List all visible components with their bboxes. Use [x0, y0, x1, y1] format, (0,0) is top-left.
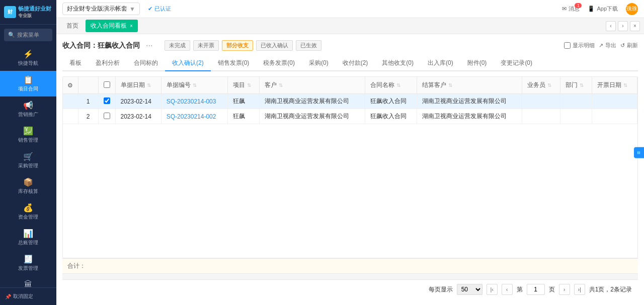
settings-col-header[interactable]: ⚙ — [63, 77, 78, 94]
docno-col-header[interactable]: 单据编号 ⇅ — [161, 77, 228, 94]
tab-payment[interactable]: 收付款(2) — [336, 56, 375, 71]
tab-revenue-confirm[interactable]: 收入确认(2) — [165, 56, 211, 71]
horizontal-scrollbar[interactable] — [62, 273, 638, 279]
tab-sales-invoice[interactable]: 销售发票(0) — [211, 56, 257, 71]
tab-other-income[interactable]: 其他收支(0) — [375, 56, 421, 71]
tab-warehouse[interactable]: 出入库(0) — [421, 56, 460, 71]
sidebar-item-inventory[interactable]: 📦 库存核算 — [0, 173, 56, 199]
row-select-checkbox[interactable] — [104, 113, 110, 119]
checkbox-col-header[interactable] — [98, 77, 115, 94]
date-col-header[interactable]: 单据日期 ⇅ — [115, 77, 161, 94]
sidebar-item-label: 资金管理 — [18, 214, 38, 221]
company-selector[interactable]: 好业财专业版演示帐套 ▼ — [62, 3, 140, 15]
sidebar-item-tax[interactable]: 🏛 税务管理 — [0, 276, 56, 287]
right-float-button[interactable]: ≡ — [634, 147, 644, 158]
tab-close-button[interactable]: × — [130, 23, 133, 29]
general-icon: 📊 — [23, 229, 33, 238]
page-number-input[interactable] — [527, 284, 545, 295]
sidebar-item-purchase[interactable]: 🛒 采购管理 — [0, 148, 56, 173]
messages-button[interactable]: ✉ 1 消息 — [562, 5, 580, 13]
tab-next-button[interactable]: › — [618, 21, 628, 31]
row-project: 狂飙 — [228, 109, 260, 124]
date-col-label: 单据日期 — [121, 81, 145, 89]
per-page-select[interactable]: 20 50 100 200 — [457, 284, 482, 295]
show-detail-label: 显示明细 — [573, 42, 595, 49]
sidebar-item-marketing[interactable]: 📢 营销推广 — [0, 96, 56, 122]
sidebar-item-invoice[interactable]: 🧾 发票管理 — [0, 250, 56, 276]
sidebar-item-capital[interactable]: 💰 资金管理 — [0, 199, 56, 225]
table-row[interactable]: 2 2023-02-14 SQ-20230214-002 狂飙 湖南卫视商业运营… — [63, 109, 637, 124]
end-customer-col-header[interactable]: 结算客户 ⇅ — [417, 77, 522, 94]
search-menu-label: 搜索菜单 — [17, 31, 39, 39]
row-docno[interactable]: SQ-20230214-003 — [161, 94, 228, 109]
data-table: ⚙ 单据日期 ⇅ — [63, 77, 637, 124]
tab-home[interactable]: 首页 — [60, 20, 85, 32]
tab-attachment[interactable]: 附件(0) — [460, 56, 494, 71]
company-name: 好业财专业版演示帐套 — [67, 5, 127, 13]
app-download-label: App下载 — [597, 5, 618, 13]
show-detail-checkbox[interactable]: 显示明细 — [564, 42, 595, 49]
sidebar-item-general[interactable]: 📊 总账管理 — [0, 225, 56, 250]
last-page-button[interactable]: ›| — [574, 284, 585, 295]
status-tag-confirmed: 已收入确认 — [256, 40, 293, 51]
show-detail-input[interactable] — [564, 42, 571, 49]
app-download-button[interactable]: 📱 App下载 — [588, 5, 618, 13]
sort-icon: ⇅ — [247, 82, 251, 88]
user-menu[interactable]: 珠珠 — [626, 3, 638, 15]
message-badge: 1 — [575, 3, 582, 8]
settings-icon[interactable]: ⚙ — [67, 82, 73, 89]
salesperson-col-header[interactable]: 业务员 ⇅ — [522, 77, 560, 94]
tab-tax-invoice[interactable]: 税务发票(0) — [256, 56, 302, 71]
opendate-col-header[interactable]: 开票日期 ⇅ — [592, 77, 637, 94]
tab-purchase[interactable]: 采购(0) — [302, 56, 336, 71]
opendate-col-label: 开票日期 — [597, 81, 621, 89]
app-edition: 专业版 — [18, 13, 51, 19]
tab-kanban[interactable]: 看板 — [62, 56, 89, 71]
next-page-button[interactable]: › — [559, 284, 570, 295]
more-button[interactable]: ··· — [146, 41, 152, 50]
topbar-right: ✉ 1 消息 📱 App下载 珠珠 — [562, 3, 638, 15]
row-checkbox[interactable] — [98, 94, 115, 109]
sidebar-item-label: 销售管理 — [18, 137, 38, 144]
certified-icon: ✔ — [148, 6, 152, 12]
first-page-button[interactable]: |‹ — [487, 284, 498, 295]
inner-tabs: 看板 盈利分析 合同标的 收入确认(2) 销售发票(0) 税务发票(0) 采购(… — [62, 56, 638, 71]
sort-icon: ⇅ — [623, 82, 627, 88]
export-button[interactable]: ↗ 导出 — [599, 42, 616, 49]
topbar: 好业财专业版演示帐套 ▼ ✔ 已认证 ✉ 1 消息 📱 App下载 珠珠 — [56, 0, 644, 18]
prev-page-button[interactable]: ‹ — [502, 284, 513, 295]
tab-close-all-button[interactable]: × — [630, 21, 640, 31]
sidebar-item-project[interactable]: 📋 项目合同 — [0, 71, 56, 96]
tab-profit[interactable]: 盈利分析 — [89, 56, 127, 71]
dept-col-header[interactable]: 部门 ⇅ — [560, 77, 592, 94]
select-all-checkbox[interactable] — [104, 81, 110, 88]
row-docno[interactable]: SQ-20230214-002 — [161, 109, 228, 124]
sidebar-item-sales[interactable]: 💹 销售管理 — [0, 122, 56, 148]
doc-link[interactable]: SQ-20230214-002 — [167, 113, 216, 120]
customer-col-header[interactable]: 客户 ⇅ — [260, 77, 365, 94]
tab-active[interactable]: 收入合同看板 × — [86, 20, 138, 32]
docno-col-label: 单据编号 — [167, 81, 191, 89]
tab-prev-button[interactable]: ‹ — [606, 21, 616, 31]
sort-icon: ⇅ — [547, 82, 551, 88]
doc-link[interactable]: SQ-20230214-003 — [167, 98, 216, 105]
search-menu-button[interactable]: 🔍 搜索菜单 — [4, 29, 52, 41]
table-row[interactable]: 1 2023-02-14 SQ-20230214-003 狂飙 湖南卫视商业运营… — [63, 94, 637, 109]
status-tag-partial: 部分收支 — [222, 40, 253, 51]
tab-change-log[interactable]: 变更记录(0) — [494, 56, 539, 71]
row-checkbox[interactable] — [98, 109, 115, 124]
download-icon: 📱 — [588, 6, 595, 12]
row-select-checkbox[interactable] — [104, 97, 110, 104]
project-col-header[interactable]: 项目 ⇅ — [228, 77, 260, 94]
contract-name-col-header[interactable]: 合同名称 ⇅ — [365, 77, 417, 94]
project-col-label: 项目 — [233, 81, 245, 89]
refresh-button[interactable]: ↺ 刷新 — [620, 42, 638, 49]
num-col-header — [78, 77, 98, 94]
sidebar-search-area: 🔍 搜索菜单 — [0, 25, 56, 45]
status-tag-incomplete: 未完成 — [165, 40, 190, 51]
sidebar-item-quick-nav[interactable]: ⚡ 快捷导航 — [0, 45, 56, 71]
pin-button[interactable]: 📌 取消固定 — [3, 291, 53, 302]
tab-contract-label[interactable]: 合同标的 — [127, 56, 165, 71]
tab-nav: ‹ › × — [606, 21, 640, 31]
status-tag-active: 已生效 — [296, 40, 321, 51]
